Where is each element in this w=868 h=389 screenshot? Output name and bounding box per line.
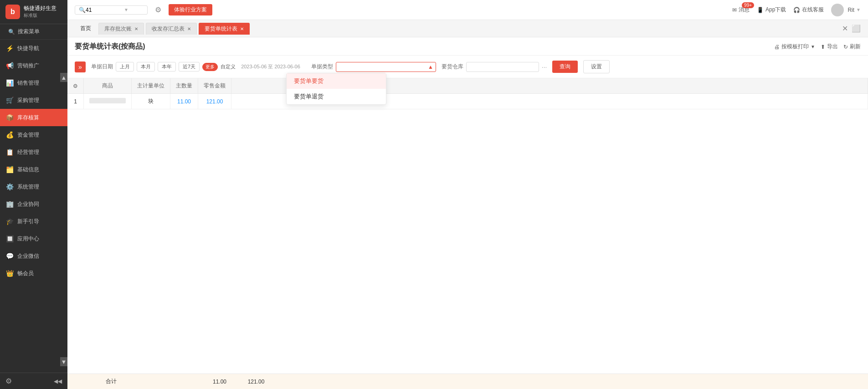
system-icon: ⚙️	[5, 183, 14, 191]
page-header: 要货单统计表(按商品) 🖨 按模板打印 ▼ ⬆ 导出 ↻ 刷新	[67, 37, 868, 56]
maximize-button[interactable]: ⬜	[852, 24, 861, 33]
print-dropdown-icon[interactable]: ▼	[811, 44, 815, 49]
refresh-button[interactable]: ↻ 刷新	[843, 43, 861, 51]
doc-type-dropdown: 要货单要货 要货单退货	[286, 73, 386, 105]
cell-retail-amount[interactable]: 121.00	[198, 94, 231, 109]
topbar-search-box[interactable]: 🔍 ▼	[75, 5, 148, 15]
tab-close-collection-summary[interactable]: ✕	[187, 26, 191, 31]
app-download-icon: 📱	[757, 7, 764, 13]
topbar-settings-icon[interactable]: ⚙	[155, 5, 161, 14]
nav-label: 企业微信	[17, 252, 39, 260]
sidebar-item-purchase[interactable]: 🛒 采购管理	[0, 92, 67, 109]
sidebar-item-enterprise[interactable]: 🏢 企业协同	[0, 195, 67, 213]
sidebar-item-system[interactable]: ⚙️ 系统管理	[0, 178, 67, 195]
custom-date-btn[interactable]: 自定义	[221, 63, 236, 70]
sidebar-item-appstore[interactable]: 🔲 应用中心	[0, 230, 67, 247]
print-label: 按模板打印	[781, 43, 809, 51]
nav-label: 资金管理	[17, 131, 39, 139]
doc-type-dropdown-icon[interactable]: ▲	[428, 64, 433, 70]
user-profile[interactable]: Rit ▼	[831, 4, 861, 16]
support-button[interactable]: 🎧 在线客服	[793, 6, 824, 14]
guide-icon: 🎓	[5, 217, 14, 225]
sidebar-scroll-down[interactable]: ▼	[60, 357, 67, 366]
table-row: 1 块 11.00 121.00	[67, 94, 868, 109]
main-area: 🔍 ▼ ⚙ 体验行业方案 ✉ 消息 99+ 📱 App下载 🎧 在线客服	[67, 0, 868, 389]
export-button[interactable]: ⬆ 导出	[821, 43, 838, 51]
footer-label: 合计	[87, 378, 201, 385]
export-label: 导出	[827, 43, 838, 51]
query-button[interactable]: 查询	[552, 61, 578, 73]
cell-product	[84, 94, 132, 109]
topbar-search-input[interactable]	[86, 7, 122, 13]
tab-collection-summary[interactable]: 收发存汇总表 ✕	[146, 23, 197, 35]
sidebar-item-guide[interactable]: 🎓 新手引导	[0, 213, 67, 230]
filter-settings-button[interactable]: 设置	[583, 60, 610, 73]
user-dropdown-icon: ▼	[856, 7, 861, 12]
enterprise-icon: 🏢	[5, 200, 14, 208]
sidebar-item-wechat[interactable]: 💬 企业微信	[0, 247, 67, 265]
tab-home[interactable]: 首页	[75, 23, 97, 34]
warehouse-input[interactable]	[466, 62, 539, 72]
tab-close-purchase-order-stat[interactable]: ✕	[240, 26, 244, 31]
avatar	[831, 4, 844, 16]
app-download-button[interactable]: 📱 App下载	[757, 6, 786, 14]
purchase-icon: 🛒	[5, 96, 14, 104]
th-qty: 主数量	[170, 78, 198, 94]
tab-inventory-batch[interactable]: 库存批次账 ✕	[98, 23, 144, 35]
basic-icon: 🗂️	[5, 165, 14, 174]
last-month-btn[interactable]: 上月	[116, 62, 134, 72]
page-title: 要货单统计表(按商品)	[75, 42, 145, 51]
table-footer: 合计 11.00 121.00	[67, 374, 868, 389]
sidebar-item-marketing[interactable]: 📢 营销推广	[0, 57, 67, 74]
date-filter-group: 单据日期 上月 本月 本年 近7天 更多 自定义	[91, 62, 236, 72]
sidebar-collapse-btn[interactable]: ◀◀	[54, 378, 62, 384]
more-dates-btn[interactable]: 更多	[202, 63, 218, 71]
search-label: 搜索菜单	[18, 28, 40, 36]
filter-bar: » 单据日期 上月 本月 本年 近7天 更多 自定义 2023-05-06 至 …	[67, 56, 868, 78]
sidebar-item-quick-nav[interactable]: ⚡ 快捷导航	[0, 40, 67, 57]
sidebar-scroll-up[interactable]: ▲	[60, 73, 67, 82]
cell-index: 1	[67, 94, 84, 109]
cell-qty[interactable]: 11.00	[170, 94, 198, 109]
tab-label: 库存批次账	[104, 25, 132, 33]
nav-label: 快捷导航	[17, 45, 39, 52]
th-settings[interactable]: ⚙	[67, 78, 84, 94]
tab-close-inventory-batch[interactable]: ✕	[134, 26, 138, 31]
filter-expand-button[interactable]: »	[75, 61, 86, 72]
this-month-btn[interactable]: 本月	[137, 62, 155, 72]
export-icon: ⬆	[821, 44, 825, 50]
quick-nav-icon: ⚡	[5, 44, 14, 52]
sidebar-item-basic[interactable]: 🗂️ 基础信息	[0, 161, 67, 178]
refresh-icon: ↻	[843, 44, 848, 50]
app-logo-icon: b	[5, 5, 20, 19]
sidebar-item-finance[interactable]: 💰 资金管理	[0, 126, 67, 143]
date-range-display: 2023-05-06 至 2023-06-06	[241, 63, 300, 70]
dropdown-item-purchase-return[interactable]: 要货单退货	[287, 89, 386, 104]
sidebar-search[interactable]: 🔍 搜索菜单	[0, 24, 67, 40]
tab-label: 收发存汇总表	[152, 25, 185, 33]
doc-type-input[interactable]	[336, 62, 436, 72]
tab-label: 要货单统计表	[205, 25, 237, 33]
th-product: 商品	[84, 78, 132, 94]
close-all-tabs-button[interactable]: ✕	[842, 24, 848, 33]
messages-button[interactable]: ✉ 消息 99+	[732, 6, 750, 14]
topbar-search-dropdown-icon[interactable]: ▼	[124, 7, 128, 12]
print-template-button[interactable]: 🖨 按模板打印 ▼	[774, 43, 815, 51]
sidebar-item-sales[interactable]: 📊 销售管理	[0, 74, 67, 92]
wechat-icon: 💬	[5, 252, 14, 260]
brand-sub: 标准版	[24, 12, 56, 19]
dropdown-item-purchase-order[interactable]: 要货单要货	[287, 73, 386, 89]
nav-label: 销售管理	[17, 79, 39, 87]
sidebar-item-member[interactable]: 👑 畅会员	[0, 265, 67, 282]
sidebar-settings-btn[interactable]: ⚙	[5, 377, 12, 385]
nav-label: 营销推广	[17, 62, 39, 70]
inventory-icon: 📦	[5, 113, 14, 122]
trial-industry-button[interactable]: 体验行业方案	[169, 4, 212, 15]
tab-purchase-order-stat[interactable]: 要货单统计表 ✕	[199, 23, 250, 35]
footer-qty: 11.00	[201, 379, 238, 385]
warehouse-more-btn[interactable]: ···	[542, 63, 547, 71]
sidebar-item-inventory[interactable]: 📦 库存核算	[0, 109, 67, 126]
sidebar-item-operations[interactable]: 📋 经营管理	[0, 143, 67, 161]
this-year-btn[interactable]: 本年	[158, 62, 176, 72]
last-7-days-btn[interactable]: 近7天	[179, 62, 200, 72]
